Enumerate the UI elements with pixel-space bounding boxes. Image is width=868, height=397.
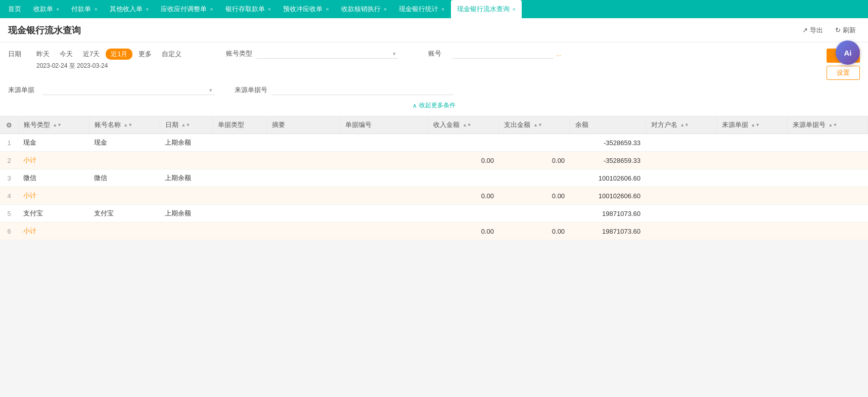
close-icon[interactable]: × xyxy=(268,6,271,12)
sort-arrows[interactable]: ▲▼ xyxy=(828,123,837,127)
cell-source-doc-no xyxy=(787,223,867,240)
close-icon[interactable]: × xyxy=(513,6,516,12)
close-icon[interactable]: × xyxy=(146,6,149,12)
account-label: 账号 xyxy=(428,49,448,58)
sort-arrows[interactable]: ▲▼ xyxy=(123,123,132,127)
col-expense: 支出金额 ▲▼ xyxy=(499,116,570,134)
cell-doc-type xyxy=(213,187,266,205)
nav-payment[interactable]: 付款单 × xyxy=(65,0,103,18)
date-custom[interactable]: 自定义 xyxy=(158,49,186,60)
cell-expense: 0.00 xyxy=(499,223,570,240)
ai-badge[interactable]: Ai xyxy=(836,40,860,65)
cell-doc-type xyxy=(213,223,266,240)
account-input[interactable] xyxy=(452,49,554,59)
date-range-display: 2023-02-24 至 2023-03-24 xyxy=(36,62,108,69)
nav-other-income[interactable]: 其他收入单 × xyxy=(104,0,155,18)
source-doc-no-input[interactable] xyxy=(271,85,453,95)
close-icon[interactable]: × xyxy=(441,6,444,12)
date-more[interactable]: 更多 xyxy=(134,49,156,60)
cell-balance: -3528659.33 xyxy=(570,134,646,152)
export-button[interactable]: ↗ 导出 xyxy=(798,24,827,37)
cell-balance: -3528659.33 xyxy=(570,152,646,169)
close-icon[interactable]: × xyxy=(384,6,387,12)
cell-source-doc-no xyxy=(787,152,867,169)
nav-ar-ap-adjust[interactable]: 应收应付调整单 × xyxy=(155,0,219,18)
page-header: 现金银行流水查询 ↗ 导出 ↻ 刷新 xyxy=(0,18,868,42)
cell-doc-no xyxy=(340,169,428,187)
date-today[interactable]: 今天 xyxy=(56,49,77,60)
cell-source-doc xyxy=(716,187,787,205)
sort-arrows[interactable]: ▲▼ xyxy=(751,123,760,127)
table-row: 5 支付宝 支付宝 上期余额 19871073.60 xyxy=(0,205,868,223)
col-date: 日期 ▲▼ xyxy=(160,116,213,134)
nav-bank-deposit[interactable]: 银行存取款单 × xyxy=(219,0,277,18)
cell-doc-type xyxy=(213,134,266,152)
col-balance: 余额 xyxy=(570,116,646,134)
cell-account-type: 现金 xyxy=(18,134,89,152)
col-account-name: 账号名称 ▲▼ xyxy=(89,116,160,134)
cell-balance: 100102606.60 xyxy=(570,169,646,187)
col-doc-no: 单据编号 xyxy=(340,116,428,134)
cell-summary xyxy=(266,134,340,152)
close-icon[interactable]: × xyxy=(56,6,59,12)
cell-expense xyxy=(499,169,570,187)
date-yesterday[interactable]: 昨天 xyxy=(32,49,54,60)
gear-icon[interactable]: ⚙ xyxy=(6,121,12,129)
close-icon[interactable]: × xyxy=(326,6,329,12)
cell-account-name xyxy=(89,152,160,169)
cell-balance: 100102606.60 xyxy=(570,187,646,205)
nav-cash-bank-stat[interactable]: 现金银行统计 × xyxy=(393,0,450,18)
col-income: 收入金额 ▲▼ xyxy=(428,116,499,134)
account-ellipsis-button[interactable]: ... xyxy=(554,49,563,59)
account-type-select[interactable] xyxy=(256,49,398,59)
date-7days[interactable]: 近7天 xyxy=(79,49,104,60)
cell-source-doc xyxy=(716,205,787,223)
nav-pre-receipt[interactable]: 预收冲应收单 × xyxy=(277,0,335,18)
nav-receipt[interactable]: 收款单 × xyxy=(27,0,65,18)
sort-arrows[interactable]: ▲▼ xyxy=(463,123,472,127)
table-section: ⚙ 账号类型 ▲▼ 账号名称 ▲▼ 日期 ▲▼ 单据类型 摘要 单据编号 xyxy=(0,116,868,240)
date-1month[interactable]: 近1月 xyxy=(106,49,132,60)
source-doc-select-wrapper: ▾ xyxy=(42,85,214,95)
refresh-button[interactable]: ↻ 刷新 xyxy=(831,24,860,37)
cell-counterparty xyxy=(646,205,716,223)
nav-cash-bank-flow[interactable]: 现金银行流水查询 × xyxy=(451,0,522,18)
cell-doc-no xyxy=(340,205,428,223)
nav-receipt-exec[interactable]: 收款核销执行 × xyxy=(335,0,393,18)
collapse-bar[interactable]: ∧ 收起更多条件 xyxy=(8,99,860,112)
cell-date xyxy=(160,223,213,240)
table-row: 2 小计 0.00 0.00 -3528659.33 xyxy=(0,152,868,169)
filter-section: 日期 昨天 今天 近7天 近1月 更多 自定义 2023-02-24 至 202… xyxy=(0,42,868,116)
row-num: 2 xyxy=(0,152,18,169)
sort-arrows[interactable]: ▲▼ xyxy=(181,123,190,127)
close-icon[interactable]: × xyxy=(94,6,97,12)
date-options: 昨天 今天 近7天 近1月 更多 自定义 xyxy=(32,49,186,60)
sort-arrows[interactable]: ▲▼ xyxy=(680,123,689,127)
row-num: 5 xyxy=(0,205,18,223)
table-header-row: ⚙ 账号类型 ▲▼ 账号名称 ▲▼ 日期 ▲▼ 单据类型 摘要 单据编号 xyxy=(0,116,868,134)
cell-balance: 19871073.60 xyxy=(570,205,646,223)
table-row: 6 小计 0.00 0.00 19871073.60 xyxy=(0,223,868,240)
cell-counterparty xyxy=(646,169,716,187)
cell-summary xyxy=(266,187,340,205)
cell-summary xyxy=(266,223,340,240)
close-icon[interactable]: × xyxy=(210,6,213,12)
col-doc-type: 单据类型 xyxy=(213,116,266,134)
cell-account-type: 支付宝 xyxy=(18,205,89,223)
sort-arrows[interactable]: ▲▼ xyxy=(53,123,62,127)
cell-income: 0.00 xyxy=(428,187,499,205)
cell-expense: 0.00 xyxy=(499,152,570,169)
cell-balance: 19871073.60 xyxy=(570,223,646,240)
col-counterparty: 对方户名 ▲▼ xyxy=(646,116,716,134)
row-num: 3 xyxy=(0,169,18,187)
cell-summary xyxy=(266,205,340,223)
cell-source-doc xyxy=(716,152,787,169)
setting-button[interactable]: 设置 xyxy=(827,66,860,80)
cell-counterparty xyxy=(646,134,716,152)
cell-account-type: 小计 xyxy=(18,187,89,205)
nav-home[interactable]: 首页 xyxy=(2,0,27,18)
sort-arrows[interactable]: ▲▼ xyxy=(533,123,542,127)
cell-doc-no xyxy=(340,187,428,205)
source-row: 来源单据 ▾ 来源单据号 xyxy=(8,85,860,95)
source-doc-select[interactable] xyxy=(42,85,214,95)
